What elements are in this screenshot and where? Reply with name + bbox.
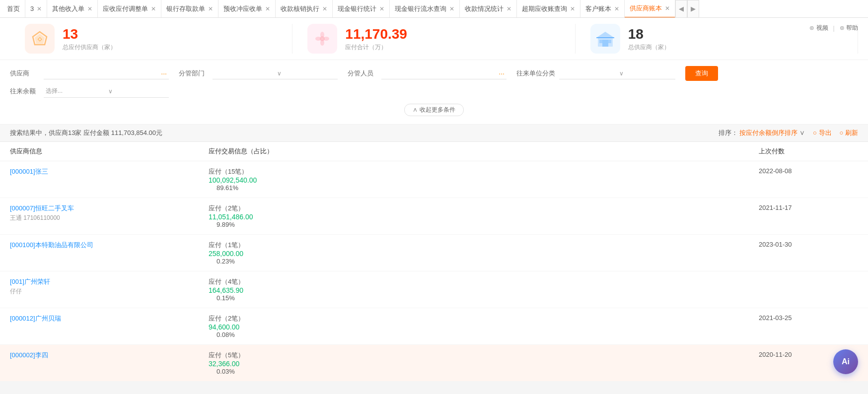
ai-button[interactable]: Ai: [833, 349, 858, 374]
video-link[interactable]: ⊙ 视频: [809, 24, 828, 32]
tab-cash-bank-flow[interactable]: 现金银行流水查询 ✕: [390, 0, 460, 18]
filter-row-1: 供应商 ··· 分管部门 ∨ 分管人员 ··· 往来单位分类: [10, 66, 858, 81]
tab-receipt-verify[interactable]: 收款核销执行 ✕: [276, 0, 333, 18]
tab-customer-ledger[interactable]: 客户账本 ✕: [580, 0, 625, 18]
filter-supplier: 供应商 ···: [10, 67, 169, 79]
balance-filter-label: 往来余额: [10, 87, 40, 96]
close-tab-other-income-icon[interactable]: ✕: [87, 5, 92, 12]
nav-next-arrow[interactable]: ▶: [687, 0, 699, 18]
supplier-sub-1: 王通 17106110000: [10, 214, 209, 222]
tab-other-income[interactable]: 其他收入单 ✕: [47, 0, 98, 18]
supplier-col-3: [001]广州荣轩 仔仔: [10, 277, 209, 296]
close-tab-receipt-verify-icon[interactable]: ✕: [322, 5, 327, 12]
tab-overdue-ar-label: 超期应收账查询: [522, 4, 567, 13]
tab-prepay-ar[interactable]: 预收冲应收单 ✕: [218, 0, 276, 18]
supplier-sub-3: 仔仔: [10, 287, 209, 296]
tab-supplier-ledger[interactable]: 供应商账本 ✕: [625, 0, 675, 18]
sort-label: 排序： 按应付余额倒序排序 ∨: [719, 129, 805, 137]
transaction-col-4: 应付（2笔） 94,600.00 0.08%: [209, 314, 759, 338]
tab-3[interactable]: 3 ✕: [25, 0, 47, 18]
table-row[interactable]: [001]广州荣轩 仔仔 应付（4笔） 164,635.90 0.15%: [0, 271, 868, 308]
header-lastpay: 上次付数: [759, 147, 858, 156]
tab-overdue-ar[interactable]: 超期应收账查询 ✕: [517, 0, 580, 18]
payable-suppliers-info: 13 总应付供应商（家）: [63, 26, 116, 52]
supplier-link-1[interactable]: [000007]恒旺二手叉车: [10, 204, 209, 213]
total-suppliers-info: 18 总供应商（家）: [628, 26, 670, 52]
filter-category: 往来单位分类 ∨: [516, 68, 675, 79]
supplier-diamond-icon: ◇: [25, 24, 55, 54]
person-filter-input-wrapper[interactable]: ···: [381, 67, 506, 79]
trans-label-4: 应付（2笔）: [209, 315, 244, 322]
table-row[interactable]: [000001]张三 应付（15笔） 100,092,540.00 89.61%…: [0, 161, 868, 198]
table-header: 供应商信息 应付交易信息（占比） 上次付数: [0, 142, 868, 161]
last-pay-date-4: 2021-03-25: [759, 314, 792, 322]
lastpay-col-1: 2021-11-17: [759, 204, 858, 211]
payable-suppliers-count: 13: [63, 26, 116, 43]
tab-ar-ap-adj[interactable]: 应收应付调整单 ✕: [98, 0, 161, 18]
supplier-link-3[interactable]: [001]广州荣轩: [10, 277, 209, 286]
tab-home[interactable]: 首页: [2, 0, 25, 18]
svg-point-6: [315, 37, 321, 41]
close-tab-cash-bank-flow-icon[interactable]: ✕: [449, 5, 454, 12]
help-link[interactable]: ⊙ 帮助: [840, 24, 858, 32]
close-tab-customer-ledger-icon[interactable]: ✕: [614, 5, 619, 12]
category-chevron-icon: ∨: [617, 68, 675, 79]
category-select[interactable]: ∨: [559, 68, 675, 79]
table-row[interactable]: [000012]广州贝瑞 应付（2笔） 94,600.00 0.08% 2021…: [0, 308, 868, 345]
nav-prev-arrow[interactable]: ◀: [675, 0, 687, 18]
trans-percent-3: 0.15%: [217, 294, 235, 302]
tab-receipt-stat[interactable]: 收款情况统计 ✕: [460, 0, 517, 18]
supplier-filter-input-wrapper[interactable]: ···: [44, 67, 169, 79]
supplier-input[interactable]: [44, 67, 159, 79]
result-summary-text: 搜索结果中，供应商13家 应付金额 111,703,854.00元: [10, 129, 162, 137]
summary-card-payable-total: 11,170.39 应付合计（万）: [292, 24, 575, 54]
close-tab-overdue-ar-icon[interactable]: ✕: [570, 5, 575, 12]
transaction-col-1: 应付（2笔） 11,051,486.00 9.89%: [209, 204, 759, 228]
tab-ar-ap-adj-label: 应收应付调整单: [103, 4, 148, 13]
supplier-col-4: [000012]广州贝瑞: [10, 314, 209, 323]
category-select-value: [559, 71, 617, 75]
query-button[interactable]: 查询: [685, 66, 718, 81]
tab-receipt-verify-label: 收款核销执行: [281, 4, 319, 13]
refresh-button[interactable]: ○ 刷新: [840, 129, 858, 137]
tab-bank-deposit[interactable]: 银行存取款单 ✕: [161, 0, 218, 18]
balance-select[interactable]: 选择... ∨: [44, 85, 169, 98]
dept-select[interactable]: ∨: [213, 68, 338, 79]
store-icon: [590, 24, 620, 54]
table-row[interactable]: [000007]恒旺二手叉车 王通 17106110000 应付（2笔） 11,…: [0, 198, 868, 235]
transaction-col-2: 应付（1笔） 258,000.00 0.23%: [209, 241, 759, 265]
collapse-btn-area: ∧ 收起更多条件: [10, 102, 858, 120]
data-table: 供应商信息 应付交易信息（占比） 上次付数 [000001]张三 应付（15笔）…: [0, 142, 868, 382]
lastpay-col-0: 2022-08-08: [759, 167, 858, 175]
close-tab-ar-ap-adj-icon[interactable]: ✕: [151, 5, 156, 12]
supplier-link-2[interactable]: [000100]本特勤油品有限公司: [10, 241, 209, 250]
close-tab-prepay-ar-icon[interactable]: ✕: [265, 5, 270, 12]
tab-cash-bank-stat-label: 现金银行统计: [338, 4, 376, 13]
trans-percent-1: 9.89%: [217, 221, 235, 228]
supplier-link-5[interactable]: [000002]李四: [10, 351, 209, 360]
svg-rect-11: [599, 40, 602, 43]
balance-select-value: 选择...: [44, 85, 106, 97]
close-tab-3-icon[interactable]: ✕: [37, 5, 42, 12]
export-button[interactable]: ○ 导出: [813, 129, 831, 137]
supplier-link-4[interactable]: [000012]广州贝瑞: [10, 314, 209, 323]
ai-button-label: Ai: [842, 357, 850, 366]
sort-value[interactable]: 按应付余额倒序排序: [739, 129, 797, 136]
close-tab-cash-bank-stat-icon[interactable]: ✕: [379, 5, 384, 12]
close-tab-receipt-stat-icon[interactable]: ✕: [506, 5, 511, 12]
header-supplier: 供应商信息: [10, 147, 209, 156]
svg-point-7: [323, 37, 329, 41]
table-row[interactable]: [000100]本特勤油品有限公司 应付（1笔） 258,000.00 0.23…: [0, 235, 868, 271]
tab-cash-bank-stat[interactable]: 现金银行统计 ✕: [333, 0, 390, 18]
collapse-button[interactable]: ∧ 收起更多条件: [404, 104, 463, 116]
transaction-col-5: 应付（5笔） 32,366.00 0.03%: [209, 351, 759, 375]
close-tab-supplier-ledger-icon[interactable]: ✕: [665, 5, 670, 12]
person-input[interactable]: [381, 67, 497, 79]
person-dots-icon[interactable]: ···: [497, 69, 506, 77]
table-row[interactable]: [000002]李四 应付（5笔） 32,366.00 0.03% 2020-1…: [0, 345, 868, 382]
tab-receipt-stat-label: 收款情况统计: [465, 4, 504, 13]
svg-point-4: [320, 32, 324, 38]
supplier-link-0[interactable]: [000001]张三: [10, 167, 209, 176]
close-tab-bank-deposit-icon[interactable]: ✕: [208, 5, 213, 12]
supplier-dots-icon[interactable]: ···: [159, 69, 169, 77]
